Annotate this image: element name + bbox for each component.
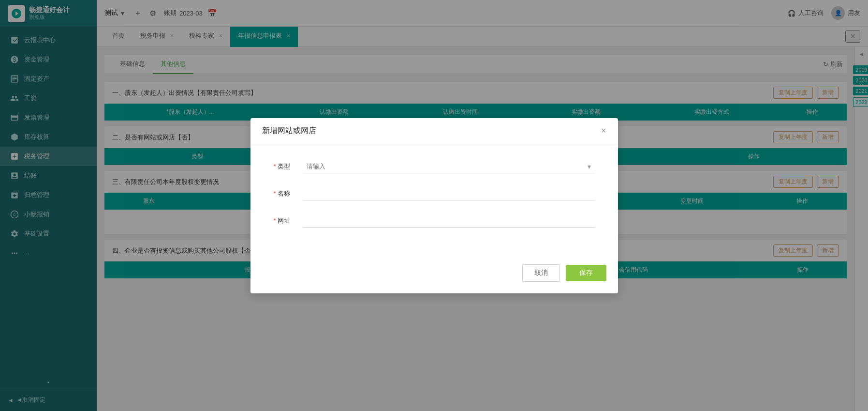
- type-input[interactable]: [303, 160, 595, 173]
- url-required-star: *: [274, 217, 276, 224]
- modal-footer: 取消 保存: [250, 257, 618, 293]
- name-required-star: *: [274, 190, 276, 197]
- modal-header: 新增网站或网店 ×: [250, 118, 618, 144]
- form-row-type: * 类型 ▾: [274, 160, 595, 173]
- modal-add-website: 新增网站或网店 × * 类型 ▾ * 名称: [250, 118, 618, 293]
- modal-body: * 类型 ▾ * 名称: [250, 144, 618, 257]
- modal-close-button[interactable]: ×: [601, 126, 606, 135]
- url-input[interactable]: [303, 214, 595, 228]
- type-required-star: *: [274, 163, 276, 170]
- modal-save-button[interactable]: 保存: [566, 265, 606, 281]
- name-label-text: 名称: [278, 190, 290, 197]
- form-label-name: * 名称: [274, 189, 303, 198]
- form-label-url: * 网址: [274, 216, 303, 225]
- type-label-text: 类型: [278, 163, 290, 170]
- type-field-wrapper: ▾: [303, 160, 595, 173]
- modal-cancel-button[interactable]: 取消: [522, 264, 560, 282]
- modal-title: 新增网站或网店: [262, 126, 316, 136]
- name-input[interactable]: [303, 187, 595, 200]
- modal-overlay[interactable]: 新增网站或网店 × * 类型 ▾ * 名称: [0, 0, 868, 411]
- form-label-type: * 类型: [274, 162, 303, 171]
- name-field-wrapper: [303, 187, 595, 200]
- form-row-url: * 网址: [274, 214, 595, 228]
- url-label-text: 网址: [278, 217, 290, 224]
- url-field-wrapper: [303, 214, 595, 228]
- form-row-name: * 名称: [274, 187, 595, 200]
